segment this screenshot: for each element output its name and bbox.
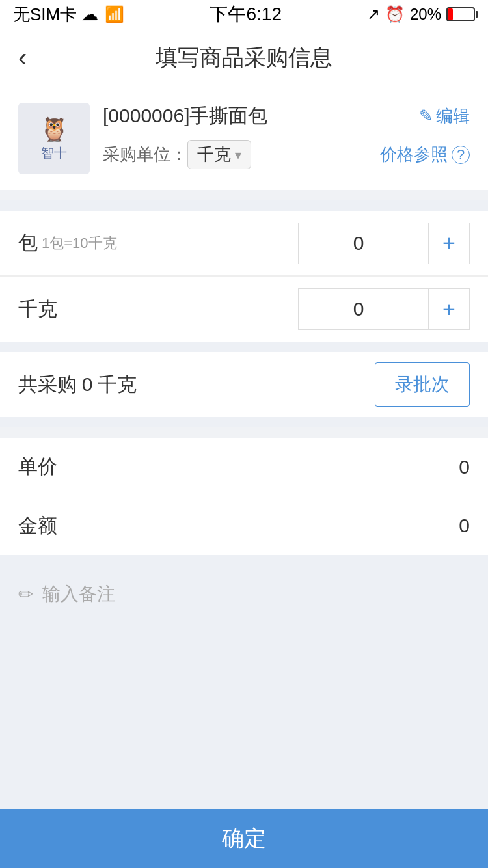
confirm-button[interactable]: 确定 bbox=[0, 809, 488, 868]
product-image: 🦉 智十 bbox=[18, 103, 90, 174]
status-time: 下午6:12 bbox=[210, 2, 282, 27]
unit-value: 千克 bbox=[197, 143, 231, 166]
back-button[interactable]: ‹ bbox=[18, 43, 27, 72]
divider-2 bbox=[0, 342, 488, 352]
bag-sublabel: 1包=10千克 bbox=[42, 234, 117, 253]
unit-select[interactable]: 千克 ▾ bbox=[187, 140, 251, 169]
product-top: 🦉 智十 [0000006]手撕面包 ✎ 编辑 采购单位： 千克 ▾ bbox=[18, 103, 470, 174]
sim-label: 无SIM卡 ☁ bbox=[13, 3, 98, 26]
note-placeholder: 输入备注 bbox=[42, 582, 115, 606]
nav-bar: ‹ 填写商品采购信息 bbox=[0, 29, 488, 87]
pencil-icon: ✏ bbox=[18, 584, 33, 605]
location-icon: ↗ bbox=[367, 5, 380, 23]
bag-input-row: 包 1包=10千克 + bbox=[0, 211, 488, 276]
amount-row: 金额 0 bbox=[0, 496, 488, 555]
divider-1 bbox=[0, 200, 488, 211]
alarm-icon: ⏰ bbox=[385, 5, 405, 23]
price-ref-link[interactable]: 价格参照 ? bbox=[380, 143, 470, 166]
brand-icon: 🦉 bbox=[40, 116, 69, 143]
product-card: 🦉 智十 [0000006]手撕面包 ✎ 编辑 采购单位： 千克 ▾ bbox=[0, 87, 488, 190]
input-section: 包 1包=10千克 + 千克 + bbox=[0, 211, 488, 342]
status-bar: 无SIM卡 ☁ 📶 下午6:12 ↗ ⏰ 20% bbox=[0, 0, 488, 29]
kg-input-right: + bbox=[298, 288, 470, 330]
amount-value: 0 bbox=[459, 515, 470, 537]
product-name: [0000006]手撕面包 bbox=[103, 103, 267, 129]
chevron-down-icon: ▾ bbox=[235, 147, 241, 163]
bag-input[interactable] bbox=[298, 223, 428, 264]
bag-input-right: + bbox=[298, 223, 470, 264]
bag-label: 包 bbox=[18, 230, 38, 256]
amount-label: 金额 bbox=[18, 513, 57, 539]
kg-input[interactable] bbox=[298, 288, 428, 330]
page-title: 填写商品采购信息 bbox=[156, 43, 332, 73]
wifi-icon: 📶 bbox=[105, 5, 124, 23]
kg-label: 千克 bbox=[18, 296, 57, 323]
status-right: ↗ ⏰ 20% bbox=[367, 5, 475, 23]
edit-label: 编辑 bbox=[436, 105, 470, 128]
unit-label: 采购单位： bbox=[103, 143, 187, 166]
edit-link[interactable]: ✎ 编辑 bbox=[419, 105, 470, 128]
product-name-row: [0000006]手撕面包 ✎ 编辑 bbox=[103, 103, 470, 129]
total-text-container: 共采购 0 千克 bbox=[18, 372, 137, 398]
price-label: 单价 bbox=[18, 454, 57, 480]
kg-input-row: 千克 + bbox=[0, 277, 488, 342]
price-row: 单价 0 bbox=[0, 438, 488, 496]
total-suffix: 千克 bbox=[98, 373, 137, 395]
brand-label: 智十 bbox=[41, 144, 67, 162]
total-prefix: 共采购 bbox=[18, 373, 77, 395]
note-section[interactable]: ✏ 输入备注 bbox=[0, 555, 488, 633]
info-section: 单价 0 金额 0 bbox=[0, 438, 488, 555]
product-info: [0000006]手撕面包 ✎ 编辑 采购单位： 千克 ▾ 价格参照 ? bbox=[103, 103, 470, 169]
batch-button[interactable]: 录批次 bbox=[375, 362, 470, 407]
status-left: 无SIM卡 ☁ 📶 bbox=[13, 3, 124, 26]
total-value: 0 bbox=[82, 373, 93, 395]
price-ref-label: 价格参照 bbox=[380, 143, 448, 166]
confirm-button-label: 确定 bbox=[222, 824, 266, 854]
battery-icon bbox=[446, 7, 475, 21]
kg-plus-button[interactable]: + bbox=[428, 288, 470, 330]
edit-icon: ✎ bbox=[419, 106, 433, 126]
price-value: 0 bbox=[459, 456, 470, 478]
bag-plus-button[interactable]: + bbox=[428, 223, 470, 264]
battery-percent: 20% bbox=[410, 5, 441, 23]
product-unit-row: 采购单位： 千克 ▾ 价格参照 ? bbox=[103, 140, 470, 169]
divider-3 bbox=[0, 417, 488, 427]
total-section: 共采购 0 千克 录批次 bbox=[0, 352, 488, 417]
question-icon: ? bbox=[452, 146, 470, 164]
unit-container: 采购单位： 千克 ▾ bbox=[103, 140, 251, 169]
